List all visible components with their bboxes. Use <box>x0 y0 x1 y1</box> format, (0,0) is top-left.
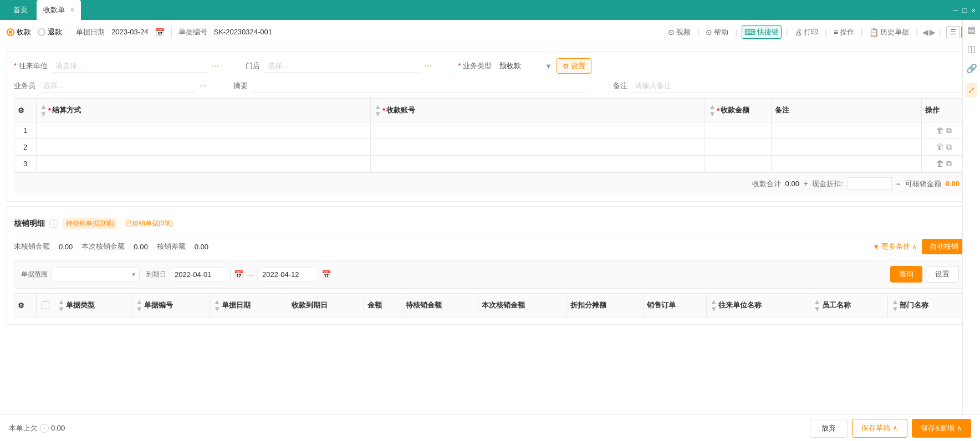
settle-cell-1[interactable] <box>37 122 371 139</box>
biz-type-arrow-icon[interactable]: ▼ <box>545 62 552 70</box>
account-cell-2[interactable] <box>371 139 705 156</box>
th-gear[interactable]: ⚙ <box>14 99 37 122</box>
settle-cell-2[interactable] <box>37 139 371 156</box>
stats-row: 未核销金额 0.00 本次核销金额 0.00 核销差额 0.00 ▼ 更多条件 … <box>14 239 966 254</box>
remark-cell-2[interactable] <box>772 139 922 156</box>
staff-more-icon[interactable]: ··· <box>200 81 207 91</box>
summary-input[interactable] <box>252 79 586 93</box>
sidebar-doc-icon[interactable]: ◫ <box>967 44 976 54</box>
action-cell-1: 🗑 ⧉ <box>922 122 966 139</box>
draft-arrow-icon: ∧ <box>892 424 898 432</box>
btn-operation[interactable]: ≡ 操作 <box>831 26 856 38</box>
remark-cell-3[interactable] <box>772 156 922 172</box>
window-controls: ─ □ × <box>953 6 976 14</box>
form-row-1: 往来单位 ··· 门店 ··· 业务类型 预收款 ▼ ⚙ 设置 <box>14 58 966 74</box>
calendar-icon[interactable]: 📅 <box>155 28 165 37</box>
biz-type-value: 预收款 <box>496 59 540 73</box>
auto-verify-btn[interactable]: 自动核销 <box>922 239 966 254</box>
query-button[interactable]: 查询 <box>890 266 922 283</box>
divider1 <box>69 27 69 38</box>
counterpart-input[interactable] <box>52 59 207 73</box>
btn-history[interactable]: 📋 历史单据 <box>867 26 911 38</box>
action-cell-3: 🗑 ⧉ <box>922 156 966 172</box>
payment-type-group: 收款 退款 <box>7 27 62 37</box>
verify-header: 核销明细 i 待核销单据(0笔) 已核销单据(0笔) <box>14 213 966 234</box>
search-row: 单据范围 ▼ 到期日 📅 — 📅 查询 设置 <box>14 260 966 289</box>
copy-icon-3[interactable]: ⧉ <box>946 159 952 168</box>
amount-cell-1[interactable] <box>705 122 772 139</box>
tab-active[interactable]: 收款单 × <box>37 0 81 20</box>
row-num-3: 3 <box>14 156 37 172</box>
shop-input[interactable] <box>264 59 420 73</box>
delete-icon-2[interactable]: 🗑 <box>936 142 944 152</box>
due-date-field: 到期日 📅 — 📅 <box>146 268 331 281</box>
cal-from-icon[interactable]: 📅 <box>234 270 243 279</box>
operation-icon: ≡ <box>834 28 838 37</box>
verify-title: 核销明细 <box>14 219 45 229</box>
th-checkbox <box>37 294 54 317</box>
date-from-input[interactable] <box>170 268 231 281</box>
equals-sign: = <box>896 180 901 188</box>
window-close-icon[interactable]: × <box>971 6 976 14</box>
amount-cell-3[interactable] <box>705 156 772 172</box>
setting-button[interactable]: ⚙ 设置 <box>557 58 591 74</box>
quota-info-icon[interactable]: i <box>40 424 49 433</box>
discount-input[interactable] <box>848 177 892 190</box>
window-max-icon[interactable]: □ <box>963 6 967 14</box>
discard-button[interactable]: 放弃 <box>810 419 848 438</box>
payment-table: ⚙ ▲▼ * 结算方式 ▲▼ * 收款账号 <box>14 98 966 172</box>
remark-input[interactable] <box>632 79 966 93</box>
th-gear-bottom[interactable]: ⚙ <box>14 294 37 317</box>
view-list-btn[interactable]: ☰ <box>946 26 960 38</box>
btn-help[interactable]: ⊙ 帮助 <box>703 26 731 38</box>
sidebar-expand-icon[interactable]: ⤢ <box>966 83 977 98</box>
more-filter-btn[interactable]: ▼ 更多条件 ∧ <box>872 242 917 252</box>
staff-input[interactable] <box>40 79 195 93</box>
form-row-2: 业务员 ··· 摘要 备注 <box>14 79 966 93</box>
tab-done[interactable]: 已核销单据(0笔) <box>122 218 177 229</box>
cal-to-icon[interactable]: 📅 <box>321 270 331 279</box>
draft-button[interactable]: 保存草稿 ∧ <box>852 419 907 438</box>
btn-video[interactable]: ⊙ 视频 <box>666 26 693 38</box>
th-due-date: 收款到期日 <box>288 294 364 317</box>
copy-icon-1[interactable]: ⧉ <box>946 126 952 135</box>
radio-income[interactable]: 收款 <box>7 27 31 37</box>
btn-shortcut[interactable]: ⌨ 快捷键 <box>742 25 782 39</box>
nav-prev-icon[interactable]: ◀ <box>922 28 928 37</box>
window-min-icon[interactable]: ─ <box>953 6 958 14</box>
remark-cell-1[interactable] <box>772 122 922 139</box>
settle-cell-3[interactable] <box>37 156 371 172</box>
tab-pending[interactable]: 待核销单据(0笔) <box>63 218 118 229</box>
th-counterpart: ▲▼ 往来单位名称 <box>707 294 810 317</box>
date-value: 2023-03-24 <box>111 28 149 36</box>
counterpart-more-icon[interactable]: ··· <box>212 61 219 71</box>
account-cell-1[interactable] <box>371 122 705 139</box>
delete-icon-1[interactable]: 🗑 <box>936 126 944 135</box>
save-new-button[interactable]: 保存&新增 ∧ <box>912 419 971 438</box>
nav-next-icon[interactable]: ▶ <box>930 28 936 37</box>
setting-button-2[interactable]: 设置 <box>926 266 959 283</box>
shop-more-icon[interactable]: ··· <box>424 61 431 71</box>
tab-home[interactable]: 首页 <box>4 0 37 20</box>
sidebar-table-icon[interactable]: ▤ <box>967 24 976 35</box>
action-cell-2: 🗑 ⧉ <box>922 139 966 156</box>
th-doc-date: ▲▼ 单据日期 <box>210 294 288 317</box>
shop-label: 门店 <box>246 61 260 71</box>
btn-print[interactable]: 🖨 打印 <box>792 26 820 38</box>
select-all-checkbox[interactable] <box>42 301 49 309</box>
radio-refund[interactable]: 退款 <box>38 27 62 37</box>
quota-val: 0.00 <box>51 424 65 432</box>
amount-cell-2[interactable] <box>705 139 772 156</box>
table-row: 1 🗑 ⧉ <box>14 122 966 139</box>
btn-operation-label: 操作 <box>840 27 854 37</box>
verify-info-icon[interactable]: i <box>49 219 58 228</box>
date-to-input[interactable] <box>257 268 318 281</box>
account-cell-3[interactable] <box>371 156 705 172</box>
sidebar-link-icon[interactable]: 🔗 <box>966 63 977 74</box>
range-select[interactable] <box>51 268 140 281</box>
chevron-up-icon: ∧ <box>912 243 917 251</box>
tab-close-icon[interactable]: × <box>70 0 74 20</box>
delete-icon-3[interactable]: 🗑 <box>936 159 944 168</box>
table-row: 3 🗑 ⧉ <box>14 156 966 172</box>
copy-icon-2[interactable]: ⧉ <box>946 142 952 152</box>
